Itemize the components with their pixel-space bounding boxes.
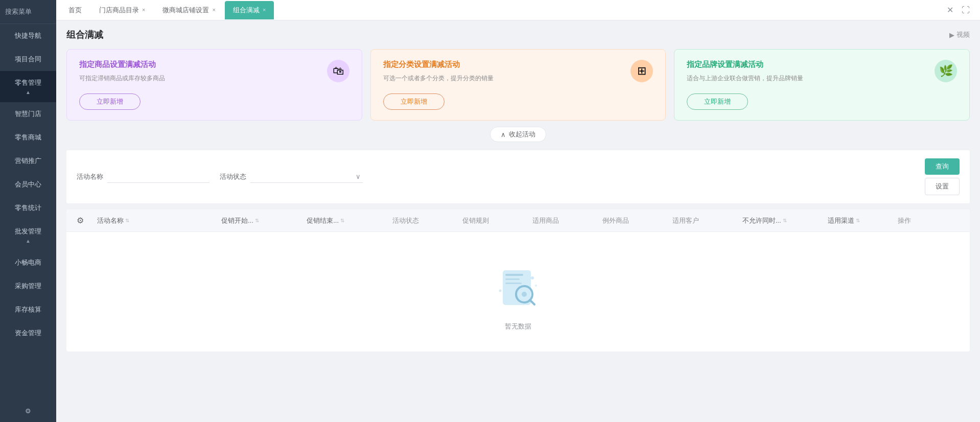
- video-link-text: 视频: [956, 30, 970, 39]
- table-header-customer: 适用客户: [668, 216, 738, 225]
- sidebar-item-label-quick-nav: 快捷导航: [15, 31, 41, 40]
- col-label-exclude: 例外商品: [602, 216, 629, 225]
- promo-cards-row: 指定商品设置满减活动 可指定滞销商品或库存较多商品 🛍 立即新增 指定分类设置满…: [66, 49, 970, 121]
- table-header-start[interactable]: 促销开始...⇅: [217, 216, 302, 225]
- activity-name-input[interactable]: [107, 171, 209, 183]
- tab-wechat-store[interactable]: 微商城店铺设置×: [154, 1, 223, 19]
- sidebar-item-label-xiaochang: 小畅电商: [15, 258, 41, 267]
- table-settings-icon[interactable]: ⚙: [77, 216, 84, 225]
- sidebar-settings-btn[interactable]: ⚙: [0, 400, 56, 422]
- tab-store-catalog[interactable]: 门店商品目录×: [91, 1, 153, 19]
- col-label-rule: 促销规则: [462, 216, 489, 225]
- svg-rect-1: [505, 274, 523, 276]
- table-header-name[interactable]: 活动名称⇅: [93, 216, 217, 225]
- sidebar-item-label-purchase-mgmt: 采购管理: [15, 282, 41, 291]
- sidebar-item-retail-management[interactable]: 零售管理▲: [0, 71, 56, 102]
- chevron-down-icon: ∨: [356, 173, 361, 180]
- sidebar-item-label-retail-management: 零售管理: [15, 78, 41, 87]
- card-btn-category-card[interactable]: 立即新增: [383, 93, 445, 110]
- activity-status-label: 活动状态: [220, 172, 246, 181]
- collapse-activities-btn[interactable]: ∧ 收起活动: [490, 127, 546, 142]
- table-header-end[interactable]: 促销结束...⇅: [302, 216, 388, 225]
- card-title-brand-card: 指定品牌设置满减活动: [687, 60, 957, 69]
- activity-name-label: 活动名称: [77, 172, 103, 181]
- promo-card-product-card: 指定商品设置满减活动 可指定滞销商品或库存较多商品 🛍 立即新增: [66, 49, 362, 121]
- promo-card-brand-card: 指定品牌设置满减活动 适合与上游企业联合做营销，提升品牌销量 🌿 立即新增: [674, 49, 970, 121]
- sort-icon-noallow: ⇅: [783, 218, 787, 223]
- col-label-customer: 适用客户: [672, 216, 699, 225]
- sidebar-item-wholesale-mgmt[interactable]: 批发管理▲: [0, 220, 56, 251]
- sort-icon-channel: ⇅: [856, 218, 860, 223]
- card-icon-brand-card: 🌿: [935, 60, 957, 82]
- video-link[interactable]: ▶ 视频: [949, 30, 970, 39]
- page-header: 组合满减 ▶ 视频: [66, 29, 970, 41]
- sidebar-item-label-capital-mgmt: 资金管理: [15, 329, 41, 338]
- activity-status-filter: 活动状态 ∨: [220, 171, 363, 183]
- tab-label-wechat-store: 微商城店铺设置: [162, 6, 209, 15]
- activity-table: ⚙活动名称⇅促销开始...⇅促销结束...⇅活动状态促销规则适用商品例外商品适用…: [66, 209, 970, 351]
- col-label-action: 操作: [898, 216, 911, 225]
- table-header: ⚙活动名称⇅促销开始...⇅促销结束...⇅活动状态促销规则适用商品例外商品适用…: [66, 209, 970, 232]
- sidebar-item-purchase-mgmt[interactable]: 采购管理: [0, 274, 56, 298]
- sidebar-item-label-member-center: 会员中心: [15, 180, 41, 189]
- col-label-channel: 适用渠道: [828, 216, 854, 225]
- empty-state: 暂无数据: [66, 232, 970, 351]
- sidebar-item-retail-mall[interactable]: 零售商城: [0, 126, 56, 149]
- tab-combo-discount[interactable]: 组合满减×: [225, 1, 274, 19]
- tab-label-combo-discount: 组合满减: [233, 6, 260, 15]
- activity-status-select[interactable]: ∨: [250, 171, 363, 183]
- card-btn-product-card[interactable]: 立即新增: [79, 93, 141, 110]
- query-btn[interactable]: 查询: [925, 158, 960, 175]
- svg-point-7: [522, 292, 527, 297]
- sidebar-item-label-retail-stats: 零售统计: [15, 203, 41, 213]
- sidebar: 搜索菜单 快捷导航项目合同零售管理▲智慧门店零售商城营销推广会员中心零售统计批发…: [0, 0, 56, 422]
- tab-close-store-catalog[interactable]: ×: [142, 7, 145, 13]
- settings-btn[interactable]: 设置: [925, 178, 960, 195]
- empty-illustration: [493, 263, 544, 314]
- maximize-window-btn[interactable]: ⛶: [960, 4, 972, 17]
- sidebar-item-retail-stats[interactable]: 零售统计: [0, 196, 56, 220]
- sidebar-item-xiaochang[interactable]: 小畅电商: [0, 251, 56, 274]
- sidebar-search[interactable]: 搜索菜单: [0, 0, 56, 24]
- sidebar-item-capital-mgmt[interactable]: 资金管理: [0, 321, 56, 345]
- sidebar-item-inventory-calc[interactable]: 库存核算: [0, 298, 56, 321]
- tab-close-combo-discount[interactable]: ×: [263, 7, 266, 13]
- svg-point-10: [499, 290, 502, 292]
- sidebar-item-label-inventory-calc: 库存核算: [15, 305, 41, 314]
- sort-icon-start: ⇅: [255, 218, 259, 223]
- tab-home[interactable]: 首页: [60, 1, 90, 19]
- col-label-goods: 适用商品: [532, 216, 559, 225]
- table-header-rule: 促销规则: [458, 216, 528, 225]
- col-label-end: 促销结束...: [307, 216, 339, 225]
- page-content: 组合满减 ▶ 视频 指定商品设置满减活动 可指定滞销商品或库存较多商品 🛍 立即…: [56, 20, 980, 422]
- filter-actions: 查询 设置: [925, 158, 960, 195]
- tabs-right-controls: ✕ ⛶: [945, 3, 976, 17]
- activity-name-filter: 活动名称: [77, 171, 209, 183]
- page-title: 组合满减: [66, 29, 103, 41]
- tab-label-home: 首页: [68, 6, 82, 15]
- tab-label-store-catalog: 门店商品目录: [99, 6, 139, 15]
- table-header-noallow[interactable]: 不允许同时...⇅: [738, 216, 824, 225]
- tab-close-wechat-store[interactable]: ×: [212, 7, 215, 13]
- promo-card-category-card: 指定分类设置满减活动 可选一个或者多个分类，提升分类的销量 ⊞ 立即新增: [370, 49, 666, 121]
- col-label-start: 促销开始...: [221, 216, 253, 225]
- sidebar-item-marketing[interactable]: 营销推广: [0, 149, 56, 173]
- close-window-btn[interactable]: ✕: [945, 3, 955, 17]
- collapse-btn-label: 收起活动: [509, 130, 535, 139]
- expand-icon: ▲: [26, 89, 31, 95]
- card-btn-brand-card[interactable]: 立即新增: [687, 93, 748, 110]
- card-desc-category-card: 可选一个或者多个分类，提升分类的销量: [383, 74, 654, 83]
- sidebar-item-smart-store[interactable]: 智慧门店: [0, 102, 56, 126]
- table-header-exclude: 例外商品: [598, 216, 668, 225]
- sidebar-item-project-contract[interactable]: 项目合同: [0, 48, 56, 71]
- sidebar-item-quick-nav[interactable]: 快捷导航: [0, 24, 56, 48]
- sidebar-item-member-center[interactable]: 会员中心: [0, 173, 56, 196]
- gear-icon: ⚙: [25, 407, 31, 415]
- collapse-bar: ∧ 收起活动: [66, 127, 970, 142]
- sidebar-item-label-marketing: 营销推广: [15, 156, 41, 166]
- card-title-product-card: 指定商品设置满减活动: [79, 60, 349, 69]
- table-header-channel[interactable]: 适用渠道⇅: [824, 216, 894, 225]
- filter-row: 活动名称 活动状态 ∨ 查询 设置: [66, 150, 970, 203]
- sidebar-item-label-retail-mall: 零售商城: [15, 133, 41, 142]
- table-header-goods: 适用商品: [528, 216, 598, 225]
